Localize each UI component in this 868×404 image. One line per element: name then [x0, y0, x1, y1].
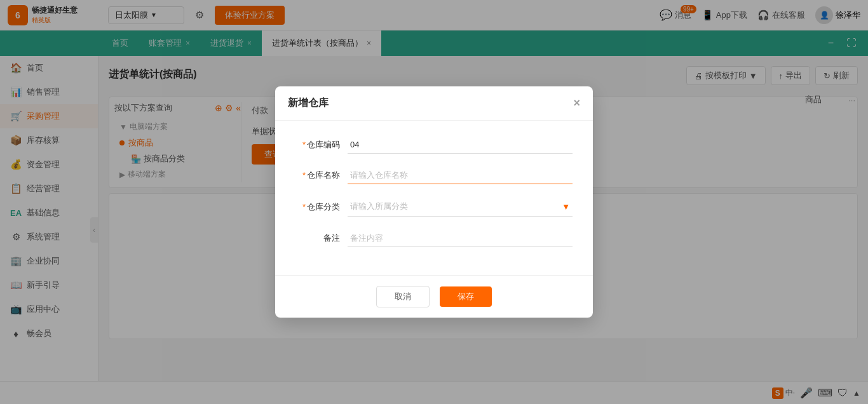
category-placeholder: 请输入所属分类 — [350, 201, 408, 212]
new-warehouse-modal: 新增仓库 × 仓库编码 仓库名称 仓库分类 请输入所属分类 ▼ — [275, 86, 593, 318]
category-select[interactable]: 请输入所属分类 ▼ — [348, 197, 573, 217]
code-label: 仓库编码 — [295, 139, 340, 151]
form-row-code: 仓库编码 — [295, 136, 573, 154]
cancel-button[interactable]: 取消 — [376, 286, 430, 307]
save-button[interactable]: 保存 — [440, 286, 492, 307]
modal-body: 仓库编码 仓库名称 仓库分类 请输入所属分类 ▼ 备注 — [275, 121, 593, 275]
modal-close-button[interactable]: × — [573, 97, 580, 110]
note-label: 备注 — [295, 232, 340, 244]
modal-overlay: 新增仓库 × 仓库编码 仓库名称 仓库分类 请输入所属分类 ▼ — [0, 0, 868, 404]
code-input[interactable] — [348, 136, 573, 154]
modal-title: 新增仓库 — [288, 97, 329, 110]
form-row-category: 仓库分类 请输入所属分类 ▼ — [295, 197, 573, 217]
note-input[interactable] — [348, 229, 573, 247]
form-row-name: 仓库名称 — [295, 166, 573, 184]
category-label: 仓库分类 — [295, 201, 340, 213]
form-row-note: 备注 — [295, 229, 573, 247]
modal-footer: 取消 保存 — [275, 275, 593, 318]
category-arrow-icon: ▼ — [562, 202, 570, 212]
name-label: 仓库名称 — [295, 170, 340, 181]
name-input[interactable] — [348, 166, 573, 184]
modal-header: 新增仓库 × — [275, 86, 593, 121]
